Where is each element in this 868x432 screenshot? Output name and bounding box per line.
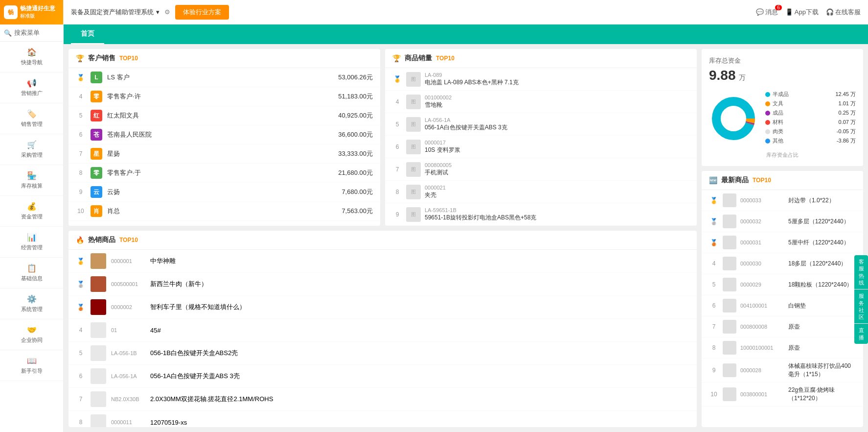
legend-dot xyxy=(765,120,770,125)
trial-btn[interactable]: 体验行业方案 xyxy=(175,5,229,20)
list-item: 4 01 45# xyxy=(69,319,697,342)
trophy-icon-2: 🏆 xyxy=(392,54,401,62)
product-code: LA-056-1A xyxy=(425,117,451,123)
float-btn-community[interactable]: 服务社区 xyxy=(854,289,868,323)
hot-product-name: 056-1B白色按键开关盒ABS2壳 xyxy=(150,349,238,358)
list-item: 🥉 0000031 5厘中纤（1220*2440） xyxy=(702,232,863,253)
hot-top10-badge: TOP10 xyxy=(119,237,138,243)
newest-img xyxy=(723,257,736,270)
inventory-value: 9.88 xyxy=(709,68,736,83)
rank-num: 8 xyxy=(76,419,86,426)
list-item: 🥈 000500001 新西兰牛肉（新牛） xyxy=(69,273,697,296)
legend-label: 半成品 xyxy=(773,91,833,98)
hot-product-img xyxy=(91,368,106,384)
medal-icon: 🥉 xyxy=(709,239,719,246)
legend-label: 肉类 xyxy=(773,128,834,135)
donut-legend: 半成品 12.45 万 文具 1.01 万 成品 0.25 万 xyxy=(765,91,856,146)
float-btn-service[interactable]: 客服热线 xyxy=(854,255,868,289)
customer-sales-title: 客户销售 xyxy=(88,54,115,63)
medal-icon: 🥈 xyxy=(76,281,86,288)
legend-value: -3.86 万 xyxy=(837,137,856,144)
online-service-action[interactable]: 🎧 在线客服 xyxy=(826,8,861,17)
donut-container: 半成品 12.45 万 文具 1.01 万 成品 0.25 万 xyxy=(709,91,856,146)
sidebar-item-sales[interactable]: 🏷️ 销售管理 xyxy=(0,103,63,134)
customer-tag: 肖 xyxy=(91,205,102,217)
sidebar-item-sys-mgmt[interactable]: ⚙️ 系统管理 xyxy=(0,288,63,319)
settings-icon[interactable]: ⚙ xyxy=(164,8,170,16)
sidebar-item-label-purchase: 采购管理 xyxy=(21,151,43,159)
customer-amount: 40,925.00元 xyxy=(338,111,373,120)
legend-item: 肉类 -0.05 万 xyxy=(765,128,856,135)
hot-product-code: 0000001 xyxy=(111,258,145,264)
sidebar-item-basic-info[interactable]: 📋 基础信息 xyxy=(0,258,63,288)
customer-tag: 苍 xyxy=(91,129,102,141)
legend-value: 12.45 万 xyxy=(835,91,856,98)
sidebar-item-purchase[interactable]: 🛒 采购管理 xyxy=(0,134,63,165)
sidebar-item-corp-collab[interactable]: 🤝 企业协同 xyxy=(0,319,63,350)
customer-name: 零售客户·于 xyxy=(107,168,333,177)
list-item: 10 003800001 22g鱼豆腐·烧烤味（1*12*20） xyxy=(702,383,863,407)
newest-name: 封边带（1.0*22） xyxy=(788,196,856,205)
list-item: 🥇 0000033 封边带（1.0*22） xyxy=(702,190,863,211)
newest-name: 18颗粒板（1220*2440） xyxy=(788,281,856,289)
home-icon: 🏠 xyxy=(27,48,37,57)
sidebar-item-label-inventory: 库存核算 xyxy=(21,182,43,190)
purchase-icon: 🛒 xyxy=(27,140,37,149)
sidebar-logo: 畅 畅捷通好生意 标准版 xyxy=(0,0,63,24)
top-section: 🏆 客户销售 TOP10 🥇 L LS 客户 53,006.26元 4 xyxy=(69,49,697,226)
nav-tabs: 首页 xyxy=(64,24,868,44)
product-img: 图 xyxy=(406,95,421,109)
hot-product-code: 0000011 xyxy=(111,419,145,425)
newest-name: 22g鱼豆腐·烧烤味（1*12*20） xyxy=(788,386,856,403)
sidebar-item-marketing[interactable]: 📢 营销推广 xyxy=(0,72,63,103)
list-item: 5 LA-056-1B 056-1B白色按键开关盒ABS2壳 xyxy=(69,342,697,365)
float-btn-live[interactable]: 直播 xyxy=(854,324,868,344)
hot-product-code: LA-056-1A xyxy=(111,373,145,379)
new-icon: 🆕 xyxy=(709,176,717,184)
hot-products-panel: 🔥 热销商品 TOP10 🥇 0000001 中华神雕 🥈 000500001 xyxy=(69,231,697,427)
sidebar-item-inventory[interactable]: 🏪 库存核算 xyxy=(0,165,63,196)
inventory-panel: 库存总资金 9.88 万 xyxy=(702,49,863,166)
panels-container: 🏆 客户销售 TOP10 🥇 L LS 客户 53,006.26元 4 xyxy=(64,44,702,432)
product-sales-header: 🏆 商品销量 TOP10 xyxy=(385,49,697,68)
svg-point-5 xyxy=(723,108,744,129)
sidebar-item-guide[interactable]: 📖 新手引导 xyxy=(0,350,63,381)
message-action[interactable]: 💬 消息 6 xyxy=(756,8,778,17)
system-selector[interactable]: 装备及固定资产辅助管理系统 ▾ xyxy=(71,8,160,17)
product-name: 056-1A白色按键开关盖ABS 3克 xyxy=(425,123,689,132)
list-item: 5 红 红太阳文具 40,925.00元 xyxy=(69,106,380,125)
product-img: 图 xyxy=(406,72,421,87)
newest-img xyxy=(723,236,736,249)
inventory-unit: 万 xyxy=(739,73,746,81)
newest-code: 0000031 xyxy=(740,240,784,245)
inventory-icon: 🏪 xyxy=(27,171,37,180)
sidebar-item-label-sys-mgmt: 系统管理 xyxy=(21,306,43,313)
list-item: 🥇 0000001 中华神雕 xyxy=(69,250,697,273)
rank-num: 8 xyxy=(709,344,719,351)
product-name: 夹壳 xyxy=(425,191,689,199)
search-menu[interactable]: 🔍 搜索菜单 xyxy=(0,24,63,42)
search-menu-label: 搜索菜单 xyxy=(14,28,40,37)
hot-product-name: 中华神雕 xyxy=(150,257,176,265)
sidebar-item-quick-nav[interactable]: 🏠 快捷导航 xyxy=(0,42,63,72)
legend-value: 0.25 万 xyxy=(839,109,856,117)
product-top10-badge: TOP10 xyxy=(436,55,455,62)
newest-title: 最新商品 xyxy=(721,176,749,185)
newest-name: 白钢垫 xyxy=(788,302,856,310)
hot-product-img xyxy=(91,414,106,427)
product-name: 10S 变料罗浆 xyxy=(425,146,689,154)
product-img: 图 xyxy=(406,140,421,154)
app-download-action[interactable]: 📱 App下载 xyxy=(785,8,819,17)
sidebar-item-operation[interactable]: 📊 经营管理 xyxy=(0,227,63,258)
corp-collab-icon: 🤝 xyxy=(27,325,37,335)
hot-product-code: 0000002 xyxy=(111,304,145,310)
hot-product-code: 000500001 xyxy=(111,281,145,287)
list-item: 4 0000030 18多层（1220*2440） xyxy=(702,253,863,274)
hot-product-img xyxy=(91,276,106,292)
tab-home[interactable]: 首页 xyxy=(71,24,104,44)
sidebar-item-finance[interactable]: 💰 资金管理 xyxy=(0,196,63,227)
newest-img xyxy=(723,299,736,312)
product-code: LA-089 xyxy=(425,72,442,78)
product-img: 图 xyxy=(406,162,421,177)
hot-products-title: 热销商品 xyxy=(88,236,115,244)
